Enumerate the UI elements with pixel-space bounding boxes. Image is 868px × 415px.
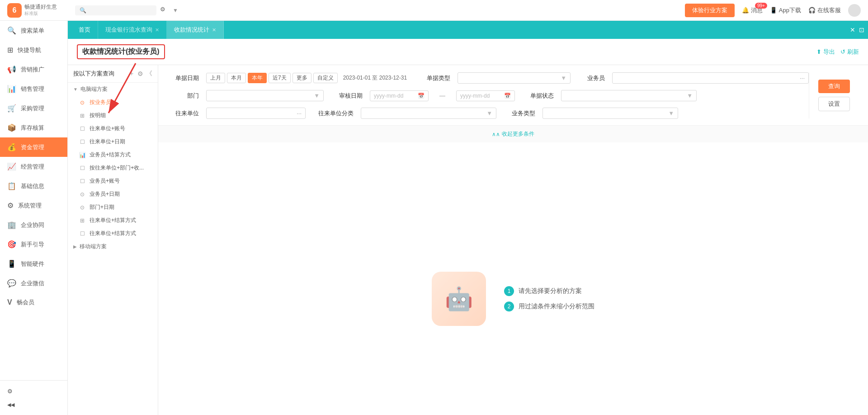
online-service-button[interactable]: 🎧 在线客服 [808,6,841,14]
scheme-settings-icon[interactable]: ⚙ [137,70,143,77]
bell-icon: 🔔 [742,7,749,14]
page-title-box: 收款情况统计(按业务员) [77,44,165,59]
chevron-down-icon[interactable]: ▼ [173,7,178,14]
headset-icon: 🎧 [808,7,816,14]
date-range-text: 2023-01-01 至 2023-12-31 [343,74,407,82]
date-btn-last-month[interactable]: 上月 [206,73,225,83]
scheme-item-salesperson-settle[interactable]: 📊 业务员+结算方式 [68,148,158,161]
enterprise-icon: 🏢 [7,221,16,229]
salesperson-input[interactable]: ··· [612,72,809,84]
tab-collection-stats[interactable]: 收款情况统计 ✕ [167,21,224,39]
collapse-bar[interactable]: ∧∧ 收起更多条件 [158,125,868,142]
query-button[interactable]: 查询 [818,80,850,93]
sidebar-item-finance[interactable]: 💰 资金管理 [0,137,67,157]
scheme-group-mobile[interactable]: ▶ 移动端方案 [68,240,158,253]
sidebar-bottom: ⚙ ◀◀ [0,380,67,415]
biz-type-select[interactable]: ▼ [542,108,678,119]
grid-icon: ⊞ [7,46,13,54]
message-badge: 99+ [755,3,767,9]
sidebar-item-smart-hw[interactable]: 📱 智能硬件 [0,254,67,274]
window-close-icon[interactable]: ✕ [850,26,855,33]
clock-icon: ⊙ [79,204,86,211]
table-icon4: ☐ [79,178,86,185]
tab-collection-stats-close[interactable]: ✕ [212,27,216,33]
tab-bank-flow-close[interactable]: ✕ [155,27,159,33]
empty-step-2: 2 用过滤条件来缩小分析范围 [504,302,594,311]
wechat-icon: 💬 [7,279,16,288]
date-btn-this-month[interactable]: 本月 [227,73,246,83]
window-maximize-icon[interactable]: ⊡ [859,26,864,33]
header-search-bar[interactable]: 🔍 [75,5,156,15]
app-download-button[interactable]: 📱 App下载 [770,6,801,14]
header-nav: 🔍 ⚙ ▼ [75,5,685,15]
chevron-down-icon5: ▼ [668,110,674,117]
type-select[interactable]: ▼ [458,72,571,84]
collapse-icon: ◀◀ [7,402,14,408]
sidebar-item-system[interactable]: ⚙ 系统管理 [0,196,67,215]
guide-icon: 🎯 [7,240,16,249]
scheme-group-pc[interactable]: ▼ 电脑端方案 [68,83,158,96]
sidebar-item-basic-info[interactable]: 📋 基础信息 [0,176,67,196]
refresh-button[interactable]: ↺ 刷新 [840,48,859,56]
top-header: 6 畅捷通好生意 标准版 🔍 ⚙ ▼ 体验行业方案 🔔 消息 99+ 📱 App… [0,0,868,21]
sidebar-item-wechat[interactable]: 💬 企业微信 [0,274,67,293]
empty-step-1: 1 请先选择要分析的方案 [504,286,594,296]
sidebar-item-search[interactable]: 🔍 搜索菜单 [0,21,67,40]
export-button[interactable]: ⬆ 导出 [816,48,835,56]
filter-settings-button[interactable]: 设置 [818,97,850,111]
date-btn-more[interactable]: 更多 [292,73,311,83]
scheme-collapse-icon[interactable]: 《 [146,70,152,78]
main-layout: 🔍 搜索菜单 ⊞ 快捷导航 📢 营销推广 📊 销售管理 🛒 采购管理 📦 库存核… [0,21,868,415]
counterparty-label: 往来单位 [167,109,199,118]
sidebar-item-sales[interactable]: 📊 销售管理 [0,79,67,99]
department-select[interactable]: ▼ [206,90,324,101]
doc-status-select[interactable]: ▼ [561,90,697,101]
user-avatar[interactable] [848,4,861,17]
counterparty-category-select[interactable]: ▼ [361,108,496,119]
sidebar-item-member[interactable]: V 畅会员 [0,293,67,312]
page-title: 收款情况统计(按业务员) [82,47,160,55]
date-btn-7days[interactable]: 近7天 [269,73,291,83]
scheme-item-unit-account[interactable]: ☐ 往来单位+账号 [68,122,158,135]
counterparty-input[interactable]: ··· [206,108,306,119]
review-date-label: 审核日期 [335,92,363,100]
scheme-item-unit-date[interactable]: ☐ 往来单位+日期 [68,135,158,148]
review-end-date[interactable]: yyyy-mm-dd 📅 [456,90,515,101]
scheme-item-detail[interactable]: ⊞ 按明细 [68,109,158,122]
add-scheme-icon[interactable]: ＋ [128,70,135,78]
dots-icon[interactable]: ··· [800,75,805,81]
scheme-item-unit-dept[interactable]: ☐ 按往来单位+部门+收... [68,161,158,174]
scheme-item-by-salesperson[interactable]: ⊙ 按业务员 [68,96,158,109]
scheme-item-unit-settle1[interactable]: ⊞ 往来单位+结算方式 [68,214,158,227]
scheme-item-dept-date[interactable]: ⊙ 部门+日期 [68,201,158,214]
scheme-item-salesperson-account[interactable]: ☐ 业务员+账号 [68,174,158,188]
system-icon: ⚙ [7,201,14,210]
date-btn-custom[interactable]: 自定义 [313,73,338,83]
chart-icon: 📊 [7,85,16,93]
sidebar-item-operations[interactable]: 📈 经营管理 [0,157,67,176]
filter-main: 单据日期 上月 本月 本年 近7天 更多 自定义 2023-01-01 至 20… [167,72,809,125]
trial-button[interactable]: 体验行业方案 [685,4,735,17]
clipboard-icon: 📋 [7,182,16,190]
filter-area: 单据日期 上月 本月 本年 近7天 更多 自定义 2023-01-01 至 20… [158,65,868,183]
review-start-date[interactable]: yyyy-mm-dd 📅 [370,90,429,101]
sidebar-item-guide[interactable]: 🎯 新手引导 [0,235,67,254]
sidebar-item-inventory[interactable]: 📦 库存核算 [0,118,67,137]
sidebar-item-enterprise[interactable]: 🏢 企业协同 [0,215,67,235]
sidebar-item-purchase[interactable]: 🛒 采购管理 [0,99,67,118]
settings-gear-icon[interactable]: ⚙ [160,6,169,15]
sidebar-item-marketing[interactable]: 📢 营销推广 [0,60,67,79]
message-button[interactable]: 🔔 消息 99+ [742,6,763,14]
scheme-item-salesperson-date[interactable]: ⊙ 业务员+日期 [68,188,158,201]
sidebar: 🔍 搜索菜单 ⊞ 快捷导航 📢 营销推广 📊 销售管理 🛒 采购管理 📦 库存核… [0,21,68,415]
sidebar-item-quick-nav[interactable]: ⊞ 快捷导航 [0,40,67,60]
tab-bank-flow[interactable]: 现金银行流水查询 ✕ [98,21,167,39]
counterparty-dots-icon[interactable]: ··· [297,110,302,117]
sidebar-settings-button[interactable]: ⚙ [0,384,67,398]
scheme-item-unit-settle2[interactable]: ☐ 往来单位+结算方式 [68,227,158,240]
filter-header-row: 单据日期 上月 本月 本年 近7天 更多 自定义 2023-01-01 至 20… [158,65,868,125]
tab-home[interactable]: 首页 [71,21,98,39]
sidebar-collapse-button[interactable]: ◀◀ [0,398,67,411]
date-btn-this-year[interactable]: 本年 [248,73,267,83]
empty-state-area: 🤖 1 请先选择要分析的方案 2 用过滤条件来缩小分析范围 [158,183,868,415]
